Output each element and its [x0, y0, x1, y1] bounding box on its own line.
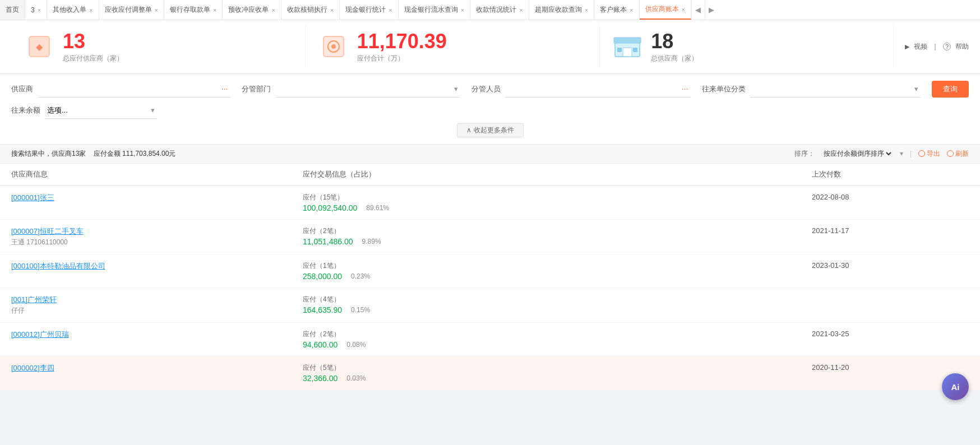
person-input[interactable]	[507, 80, 682, 97]
stat-total-label: 应付合计（万）	[357, 54, 447, 63]
nav-tab-overdue[interactable]: 超期应收款查询 ×	[529, 0, 594, 20]
svg-rect-7	[623, 48, 632, 57]
filter-area: 供应商 ··· 分管部门 ▾ 分管人员 ···	[0, 74, 980, 145]
nav-tab-adjust[interactable]: 应收应付调整单 ×	[99, 0, 164, 20]
nav-tab-cash-flow[interactable]: 现金银行流水查询 ×	[399, 0, 470, 20]
nav-next-arrow[interactable]: ▶	[705, 0, 718, 20]
tx-amount-4[interactable]: 164,635.90	[303, 305, 342, 314]
supplier-cell-3: [000100]本特勒油品有限公司	[11, 261, 303, 271]
stat-payable-total: 11,170.39 应付合计（万）	[306, 26, 600, 68]
nav-tab-collect-close[interactable]: ×	[330, 7, 334, 13]
collapse-up-icon: ∧	[466, 126, 471, 134]
category-select-wrapper[interactable]: ▾	[750, 81, 921, 98]
category-select[interactable]	[750, 81, 921, 97]
supplier-name-6[interactable]: [000002]李四	[11, 363, 303, 373]
nav-tab-prepay-close[interactable]: ×	[271, 7, 275, 13]
result-actions: 排序： 按应付余额倒序排序 ▾ | 导出 刷新	[794, 149, 969, 159]
nav-tab-other-income[interactable]: 其他收入单 ×	[47, 0, 99, 20]
supplier-cell-1: [000001]张三	[11, 193, 303, 203]
supplier-input[interactable]	[40, 80, 221, 97]
stat-right-links: ▶ 视频 ｜ ? 帮助	[894, 26, 969, 68]
filter-dept: 分管部门 ▾	[242, 81, 461, 98]
filter-dept-label: 分管部门	[242, 84, 271, 94]
tx-amount-5[interactable]: 94,600.00	[303, 340, 338, 349]
nav-tab-cash-stats-close[interactable]: ×	[389, 7, 392, 13]
query-button[interactable]: 查询	[932, 81, 969, 98]
supplier-cell-2: [000007]恒旺二手叉车 王通 17106110000	[11, 226, 303, 247]
nav-tab-bank-close[interactable]: ×	[213, 7, 216, 13]
nav-tab-bank[interactable]: 银行存取款单 ×	[164, 0, 223, 20]
ai-button[interactable]: Ai	[942, 373, 969, 400]
stats-bar: ◆ 13 总应付供应商（家） 11,170.39 应付合计（万）	[0, 20, 980, 74]
stat-total-suppliers: 18 总供应商（家）	[599, 26, 894, 68]
header-tx-info: 应付交易信息（占比）	[303, 169, 812, 179]
nav-tab-prepay[interactable]: 预收冲应收单 ×	[223, 0, 281, 20]
nav-tab-cash-flow-label: 现金银行流水查询	[404, 5, 458, 15]
supplier-name-3[interactable]: [000100]本特勒油品有限公司	[11, 261, 303, 271]
result-info: 搜索结果中，供应商13家 应付金额 111,703,854.00元	[11, 149, 175, 159]
supplier-sub-4: 仔仔	[11, 306, 303, 316]
grain-icon	[317, 31, 350, 62]
nav-tab-adjust-close[interactable]: ×	[155, 7, 158, 13]
nav-tab-3-close[interactable]: ×	[38, 7, 41, 13]
supplier-sub-2: 王通 17106110000	[11, 238, 303, 247]
nav-tab-other-income-close[interactable]: ×	[89, 7, 93, 13]
supplier-cell-4: [001]广州荣轩 仔仔	[11, 295, 303, 316]
last-pay-6: 2020-11-20	[812, 363, 849, 372]
tx-amount-2[interactable]: 11,051,486.00	[303, 237, 353, 246]
nav-tab-collect-stats[interactable]: 收款情况统计 ×	[470, 0, 529, 20]
tx-amount-1[interactable]: 100,092,540.00	[303, 203, 357, 212]
tx-cell-4: 应付（4笔） 164,635.90 0.15%	[303, 295, 812, 314]
video-icon: ▶	[905, 43, 909, 50]
supplier-name-1[interactable]: [000001]张三	[11, 193, 303, 203]
collapse-button[interactable]: ∧ 收起更多条件	[457, 123, 524, 137]
supplier-name-5[interactable]: [000012]广州贝瑞	[11, 330, 303, 340]
supplier-name-4[interactable]: [001]广州荣轩	[11, 295, 303, 305]
stat-total-supplier-number: 18	[651, 30, 698, 53]
nav-tab-home[interactable]: 首页	[0, 0, 25, 20]
nav-tab-overdue-close[interactable]: ×	[585, 7, 588, 13]
tx-label-2: 应付（2笔）	[303, 226, 812, 236]
tx-amount-3[interactable]: 258,000.00	[303, 272, 342, 281]
balance-select-wrapper[interactable]: 选项... ▾	[45, 102, 157, 119]
nav-tab-collect-stats-close[interactable]: ×	[519, 7, 523, 13]
lastpay-cell-1: 2022-08-08	[812, 193, 969, 201]
nav-tab-customer-close[interactable]: ×	[630, 7, 633, 13]
nav-tab-cash-flow-close[interactable]: ×	[461, 7, 464, 13]
svg-rect-9	[633, 48, 637, 52]
dept-select-wrapper[interactable]: ▾	[275, 81, 461, 98]
tx-cell-6: 应付（5笔） 32,366.00 0.03%	[303, 363, 812, 383]
supplier-name-2[interactable]: [000007]恒旺二手叉车	[11, 226, 303, 237]
video-link[interactable]: 视频	[914, 42, 927, 52]
tx-label-3: 应付（1笔）	[303, 261, 812, 271]
nav-tab-cash-stats[interactable]: 现金银行统计 ×	[340, 0, 398, 20]
nav-prev-arrow[interactable]: ◀	[691, 0, 705, 20]
nav-tab-supplier[interactable]: 供应商账本 ×	[640, 0, 691, 20]
dept-select[interactable]	[275, 81, 461, 97]
export-button[interactable]: 导出	[918, 149, 940, 159]
stat-total-supplier-label: 总供应商（家）	[651, 54, 698, 63]
balance-select[interactable]: 选项...	[45, 102, 157, 118]
store-icon	[611, 31, 644, 62]
refresh-button[interactable]: 刷新	[947, 149, 969, 159]
tx-row-6: 32,366.00 0.03%	[303, 374, 812, 383]
tx-row-5: 94,600.00 0.08%	[303, 340, 812, 349]
sort-select[interactable]: 按应付余额倒序排序	[821, 149, 893, 158]
export-icon	[918, 150, 925, 157]
nav-tab-3[interactable]: 3 ×	[25, 0, 47, 20]
sort-label: 排序：	[794, 149, 815, 159]
stat-total-supplier-content: 18 总供应商（家）	[651, 30, 698, 63]
tx-percent-2: 9.89%	[362, 238, 381, 245]
last-pay-3: 2023-01-30	[812, 261, 849, 270]
tx-amount-6[interactable]: 32,366.00	[303, 374, 338, 383]
nav-tab-supplier-close[interactable]: ×	[682, 6, 685, 13]
nav-tab-collect[interactable]: 收款核销执行 ×	[281, 0, 340, 20]
nav-tab-other-income-label: 其他收入单	[53, 5, 86, 15]
nav-tab-customer-label: 客户账本	[600, 5, 627, 15]
tx-cell-5: 应付（2笔） 94,600.00 0.08%	[303, 330, 812, 349]
help-link[interactable]: 帮助	[955, 42, 969, 52]
nav-tab-customer[interactable]: 客户账本 ×	[594, 0, 639, 20]
table-row: [000007]恒旺二手叉车 王通 17106110000 应付（2笔） 11,…	[0, 220, 980, 254]
svg-rect-8	[617, 48, 622, 52]
svg-text:◆: ◆	[36, 42, 43, 52]
